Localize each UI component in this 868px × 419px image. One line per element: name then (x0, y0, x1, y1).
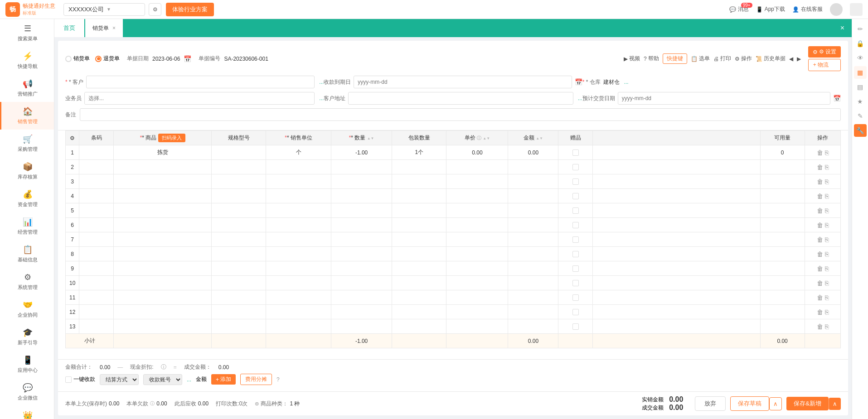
operate-button[interactable]: ⚙ 操作 (735, 55, 752, 63)
rt-layout1-button[interactable]: ▦ (854, 66, 867, 79)
avatar[interactable] (830, 3, 843, 16)
row-unit[interactable] (266, 232, 331, 247)
user-menu-button[interactable] (850, 3, 863, 16)
row-unit[interactable] (266, 189, 331, 203)
row-unit[interactable] (266, 290, 331, 305)
row-quantity[interactable] (331, 218, 392, 232)
date-calendar-icon[interactable]: 📅 (184, 55, 191, 63)
tab-close-icon[interactable]: × (112, 25, 116, 31)
row-gift[interactable] (558, 261, 593, 276)
row-package-qty[interactable] (392, 218, 446, 232)
rt-layout2-button[interactable]: ▤ (854, 81, 867, 93)
prev-record-button[interactable]: ◀ (789, 56, 793, 62)
row-spec[interactable] (212, 319, 266, 334)
sidebar-item-purchase[interactable]: 🛒 采购管理 (0, 130, 54, 157)
setting-button[interactable]: ⚙ ⚙ 设置 (808, 46, 841, 58)
sidebar-item-system[interactable]: ⚙ 系统管理 (0, 268, 54, 295)
row-gift[interactable] (558, 160, 593, 174)
sidebar-item-operations[interactable]: 📊 经营管理 (0, 212, 54, 240)
row-gift[interactable] (558, 218, 593, 232)
row-product[interactable] (114, 203, 212, 218)
th-gear[interactable]: ⚙ (66, 131, 79, 145)
row-quantity[interactable]: -1.00 (331, 145, 392, 160)
copy-icon[interactable]: ⎘ (825, 207, 829, 214)
tab-sales-order[interactable]: 销货单 × (85, 19, 123, 37)
row-spec[interactable] (212, 305, 266, 319)
row-package-qty[interactable] (392, 160, 446, 174)
row-product[interactable] (114, 218, 212, 232)
row-barcode[interactable] (79, 218, 114, 232)
row-quantity[interactable] (331, 203, 392, 218)
row-unit[interactable] (266, 160, 331, 174)
row-unit-price[interactable] (446, 247, 508, 261)
copy-icon[interactable]: ⎘ (825, 236, 829, 243)
delete-icon[interactable]: 🗑 (817, 236, 823, 243)
video-button[interactable]: ▶ 视频 (624, 55, 640, 63)
row-product[interactable] (114, 290, 212, 305)
row-package-qty[interactable] (392, 203, 446, 218)
logistic-button[interactable]: + 物流 (808, 59, 841, 71)
rt-action-button[interactable]: 🔧 (854, 124, 867, 137)
sidebar-item-marketing[interactable]: 📢 营销推广 (0, 74, 54, 102)
row-quantity[interactable] (331, 189, 392, 203)
row-quantity[interactable] (331, 305, 392, 319)
row-spec[interactable] (212, 174, 266, 189)
delete-icon[interactable]: 🗑 (817, 164, 823, 171)
row-package-qty[interactable]: 1个 (392, 145, 446, 160)
row-unit-price[interactable]: 0.00 (446, 145, 508, 160)
row-product[interactable] (114, 319, 212, 334)
tab-close-right-button[interactable]: × (840, 24, 852, 32)
address-input[interactable] (348, 92, 573, 105)
copy-icon[interactable]: ⎘ (825, 250, 829, 258)
unit-price-sort-icon[interactable]: ▲▼ (483, 136, 490, 140)
sidebar-item-app-center[interactable]: 📱 应用中心 (0, 351, 54, 378)
discount-info-icon[interactable]: ⓘ (161, 363, 166, 371)
row-unit[interactable] (266, 319, 331, 334)
quantity-sort-icon[interactable]: ▲▼ (367, 136, 374, 140)
delete-icon[interactable]: 🗑 (817, 193, 823, 200)
row-gift[interactable] (558, 174, 593, 189)
amount-sort-icon[interactable]: ▲▼ (536, 136, 543, 140)
trial-button[interactable]: 体验行业方案 (166, 3, 214, 16)
row-barcode[interactable] (79, 189, 114, 203)
row-amount[interactable] (508, 276, 558, 290)
delete-icon[interactable]: 🗑 (817, 149, 823, 156)
sidebar-item-wechat[interactable]: 💬 企业微信 (0, 378, 54, 406)
row-product[interactable] (114, 261, 212, 276)
copy-icon[interactable]: ⎘ (825, 323, 829, 330)
row-product[interactable] (114, 276, 212, 290)
row-gift[interactable] (558, 247, 593, 261)
copy-icon[interactable]: ⎘ (825, 222, 829, 229)
row-gift[interactable] (558, 290, 593, 305)
row-spec[interactable] (212, 145, 266, 160)
delete-icon[interactable]: 🗑 (817, 308, 823, 316)
row-gift[interactable] (558, 305, 593, 319)
delivery-date-input[interactable] (618, 92, 830, 105)
settings-gear-button[interactable]: ⚙ (149, 3, 161, 16)
row-gift[interactable] (558, 319, 593, 334)
copy-icon[interactable]: ⎘ (825, 294, 829, 301)
rt-lock-button[interactable]: 🔒 (854, 37, 867, 50)
save-draft-arrow-button[interactable]: ∧ (769, 397, 782, 410)
row-amount[interactable] (508, 232, 558, 247)
row-amount[interactable] (508, 290, 558, 305)
copy-icon[interactable]: ⎘ (825, 178, 829, 185)
sidebar-item-guide[interactable]: 🎓 新手引导 (0, 323, 54, 351)
delete-icon[interactable]: 🗑 (817, 178, 823, 185)
row-barcode[interactable] (79, 174, 114, 189)
radio-sales-order[interactable]: 销货单 (65, 55, 90, 63)
row-barcode[interactable] (79, 203, 114, 218)
row-spec[interactable] (212, 247, 266, 261)
fee-split-button[interactable]: 费用分摊 (240, 374, 272, 385)
row-package-qty[interactable] (392, 232, 446, 247)
row-barcode[interactable] (79, 276, 114, 290)
row-spec[interactable] (212, 160, 266, 174)
tab-home[interactable]: 首页 (54, 19, 84, 37)
row-product[interactable] (114, 247, 212, 261)
row-amount[interactable] (508, 203, 558, 218)
row-amount[interactable]: 0.00 (508, 145, 558, 160)
row-spec[interactable] (212, 203, 266, 218)
row-package-qty[interactable] (392, 305, 446, 319)
row-spec[interactable] (212, 218, 266, 232)
row-barcode[interactable] (79, 305, 114, 319)
